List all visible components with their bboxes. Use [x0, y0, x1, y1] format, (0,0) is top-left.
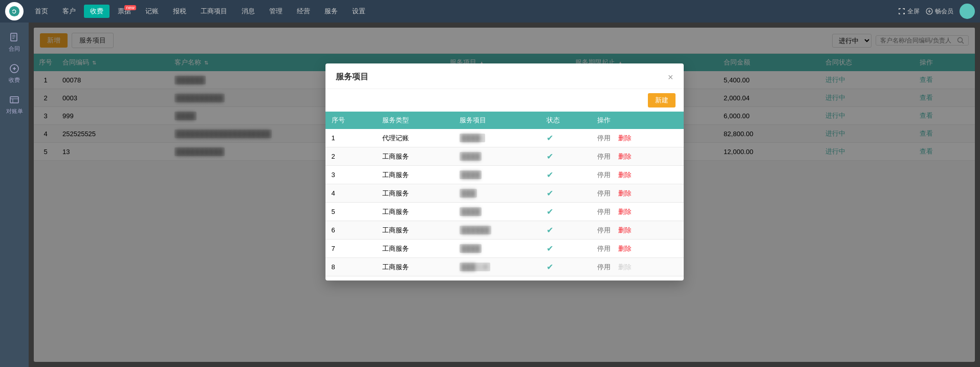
- modal-col-status: 状态: [540, 112, 592, 129]
- modal-cell-status: ✔: [540, 166, 592, 184]
- status-check-icon: ✔: [547, 226, 553, 234]
- modal-service-table: 序号 服务类型 服务项目 状态 操作 1 代理记账 ████1 ✔ 停用 删除: [325, 112, 684, 276]
- modal-cell-seq: 7: [325, 240, 377, 258]
- status-check-icon: ✔: [547, 189, 553, 198]
- nav-service[interactable]: 服务: [318, 5, 344, 18]
- app-logo: [5, 2, 24, 20]
- modal-cell-status: ✔: [540, 240, 592, 258]
- modal-overlay: 服务项目 × 新建 序号 服务类型 服务项目 状态: [29, 23, 980, 367]
- nav-items: 首页 客户 收费 票据 new 记账 报税 工商项目 消息 管理 经营 服务 设…: [29, 5, 898, 18]
- stop-button[interactable]: 停用: [597, 171, 611, 179]
- delete-button[interactable]: 删除: [618, 208, 631, 215]
- sidebar-label-statement: 对账单: [6, 107, 23, 115]
- nav-message[interactable]: 消息: [235, 5, 261, 18]
- svg-rect-7: [10, 97, 18, 103]
- top-navigation: 首页 客户 收费 票据 new 记账 报税 工商项目 消息 管理 经营 服务 设…: [0, 0, 980, 23]
- modal-cell-action: 停用 删除: [591, 221, 683, 240]
- modal-cell-seq: 1: [325, 129, 377, 147]
- nav-business2[interactable]: 经营: [291, 5, 316, 18]
- modal-cell-seq: 4: [325, 184, 377, 203]
- modal-table-row: 7 工商服务 ████ ✔ 停用 删除: [325, 240, 684, 258]
- modal-cell-type: 工商服务: [376, 203, 453, 221]
- modal-cell-item: ████1: [453, 129, 540, 147]
- modal-table-row: 3 工商服务 ████ ✔ 停用 删除: [325, 166, 684, 184]
- status-check-icon: ✔: [547, 170, 553, 179]
- modal-cell-item: ███: [453, 184, 540, 203]
- sidebar-item-statement[interactable]: 对账单: [0, 89, 29, 120]
- modal-cell-action: 停用 删除: [591, 258, 683, 276]
- modal-cell-seq: 6: [325, 221, 377, 240]
- nav-home[interactable]: 首页: [29, 5, 54, 18]
- stop-button[interactable]: 停用: [597, 226, 611, 234]
- delete-button: 删除: [618, 263, 631, 271]
- nav-right: 全屏 畅会员: [898, 4, 975, 19]
- nav-tax[interactable]: 报税: [167, 5, 192, 18]
- modal-cell-action: 停用 删除: [591, 129, 683, 147]
- fee-icon: [9, 63, 20, 74]
- modal-cell-seq: 5: [325, 203, 377, 221]
- modal-cell-item: ███注册: [453, 258, 540, 276]
- app-body: 合同 收费 对账单 新增 服务项目 进行中 已结束: [0, 23, 980, 367]
- modal-cell-seq: 8: [325, 258, 377, 276]
- modal-cell-status: ✔: [540, 147, 592, 166]
- fullscreen-button[interactable]: 全屏: [898, 7, 920, 16]
- user-avatar[interactable]: [960, 4, 975, 19]
- delete-button[interactable]: 删除: [618, 134, 631, 142]
- sidebar-label-fee: 收费: [9, 76, 20, 84]
- nav-business[interactable]: 工商项目: [194, 5, 233, 18]
- modal-cell-action: 停用 删除: [591, 240, 683, 258]
- stop-button[interactable]: 停用: [597, 153, 611, 160]
- sidebar-item-contract[interactable]: 合同: [0, 27, 29, 58]
- modal-cell-item: ████: [453, 166, 540, 184]
- nav-manage[interactable]: 管理: [263, 5, 289, 18]
- delete-button[interactable]: 删除: [618, 189, 631, 197]
- modal-cell-status: ✔: [540, 203, 592, 221]
- sidebar: 合同 收费 对账单: [0, 23, 29, 367]
- svg-point-0: [9, 6, 19, 16]
- delete-button[interactable]: 删除: [618, 245, 631, 252]
- nav-invoice[interactable]: 票据 new: [112, 5, 137, 18]
- nav-bookkeeping[interactable]: 记账: [139, 5, 165, 18]
- member-button[interactable]: 畅会员: [926, 7, 953, 16]
- stop-button[interactable]: 停用: [597, 208, 611, 215]
- modal-col-action: 操作: [591, 112, 683, 129]
- modal-cell-type: 代理记账: [376, 129, 453, 147]
- delete-button[interactable]: 删除: [618, 226, 631, 234]
- modal-table-row: 6 工商服务 ██████ ✔ 停用 删除: [325, 221, 684, 240]
- modal-cell-status: ✔: [540, 184, 592, 203]
- stop-button[interactable]: 停用: [597, 134, 611, 142]
- modal-cell-seq: 2: [325, 147, 377, 166]
- delete-button[interactable]: 删除: [618, 153, 631, 160]
- main-content: 新增 服务项目 进行中 已结束 全部: [29, 23, 980, 367]
- stop-button[interactable]: 停用: [597, 245, 611, 252]
- modal-cell-type: 工商服务: [376, 258, 453, 276]
- modal-table-row: 5 工商服务 ████ ✔ 停用 删除: [325, 203, 684, 221]
- modal-cell-action: 停用 删除: [591, 166, 683, 184]
- modal-close-button[interactable]: ×: [668, 73, 673, 82]
- statement-icon: [9, 94, 20, 105]
- modal-body: 序号 服务类型 服务项目 状态 操作 1 代理记账 ████1 ✔ 停用 删除: [325, 112, 684, 280]
- modal-cell-status: ✔: [540, 221, 592, 240]
- contract-icon: [9, 32, 20, 43]
- modal-cell-item: ████: [453, 147, 540, 166]
- modal-col-seq: 序号: [325, 112, 377, 129]
- stop-button[interactable]: 停用: [597, 189, 611, 197]
- modal-cell-action: 停用 删除: [591, 203, 683, 221]
- nav-customer[interactable]: 客户: [56, 5, 82, 18]
- delete-button[interactable]: 删除: [618, 171, 631, 179]
- status-check-icon: ✔: [547, 207, 553, 216]
- modal-col-type: 服务类型: [376, 112, 453, 129]
- stop-button[interactable]: 停用: [597, 263, 611, 271]
- modal-cell-type: 工商服务: [376, 221, 453, 240]
- modal-table-row: 4 工商服务 ███ ✔ 停用 删除: [325, 184, 684, 203]
- modal-new-button[interactable]: 新建: [648, 93, 676, 107]
- nav-fee[interactable]: 收费: [84, 5, 110, 18]
- modal-cell-seq: 3: [325, 166, 377, 184]
- modal-cell-item: ████: [453, 240, 540, 258]
- modal-cell-action: 停用 删除: [591, 184, 683, 203]
- sidebar-item-fee[interactable]: 收费: [0, 58, 29, 89]
- modal-cell-type: 工商服务: [376, 147, 453, 166]
- modal-cell-item: ████: [453, 203, 540, 221]
- sidebar-label-contract: 合同: [9, 45, 20, 53]
- nav-settings[interactable]: 设置: [346, 5, 372, 18]
